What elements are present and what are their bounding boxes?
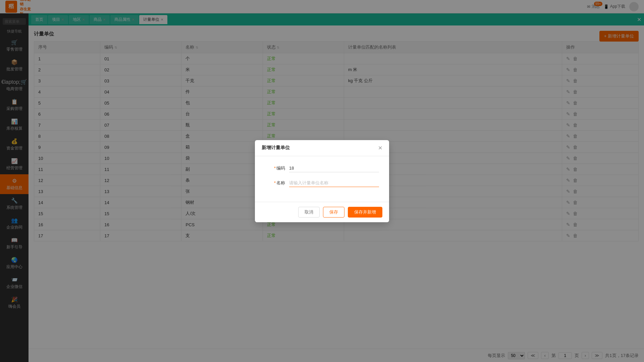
save-and-new-button[interactable]: 保存并新增 <box>348 207 382 218</box>
code-field-row: *编码 <box>265 164 379 172</box>
code-required-mark: * <box>274 166 276 171</box>
modal-overlay[interactable]: 新增计量单位 ✕ *编码 *名称 取消 保存 保存并新增 <box>0 0 644 362</box>
add-unit-modal: 新增计量单位 ✕ *编码 *名称 取消 保存 保存并新增 <box>255 140 389 222</box>
modal-body: *编码 *名称 <box>255 156 389 202</box>
modal-footer: 取消 保存 保存并新增 <box>255 202 389 222</box>
modal-close-button[interactable]: ✕ <box>378 145 382 151</box>
cancel-button[interactable]: 取消 <box>298 207 320 218</box>
save-button[interactable]: 保存 <box>323 207 344 218</box>
name-label: *名称 <box>265 180 285 186</box>
code-input[interactable] <box>289 164 379 172</box>
name-field-row: *名称 <box>265 179 379 187</box>
modal-header: 新增计量单位 ✕ <box>255 140 389 156</box>
name-input[interactable] <box>289 179 379 187</box>
name-required-mark: * <box>274 180 276 185</box>
code-label: *编码 <box>265 165 285 171</box>
modal-title: 新增计量单位 <box>262 145 290 151</box>
